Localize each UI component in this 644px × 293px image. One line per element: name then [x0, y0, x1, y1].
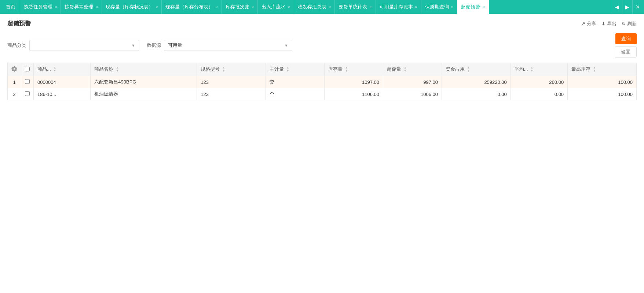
tab-close-t9[interactable]: × — [415, 5, 417, 9]
col-code-header[interactable]: 商品... ▲▼ — [34, 63, 91, 76]
export-label: 导出 — [607, 21, 616, 27]
tab-label-t11: 超储预警 — [461, 4, 480, 10]
tab-t6[interactable]: 出入库流水 × — [258, 0, 294, 14]
tab-label-t2: 拣货异常处理 — [65, 4, 93, 10]
table-row: 2 186-10... 机油滤清器 123 个 1106.00 1006.00 … — [8, 88, 637, 100]
gear-icon — [11, 66, 17, 72]
row-check-0[interactable] — [21, 76, 34, 88]
category-chevron-icon: ▼ — [131, 43, 135, 48]
tab-close-t1[interactable]: × — [55, 5, 57, 9]
page-header: 超储预警 ↗ 分享 ⬇ 导出 ↻ 刷新 — [7, 20, 637, 27]
refresh-icon: ↻ — [622, 21, 626, 26]
tab-close-t5[interactable]: × — [252, 5, 254, 9]
tab-label-t6: 出入库流水 — [261, 4, 285, 10]
table-row: 1 0000004 六配套新昌490BPG 123 套 1097.00 997.… — [8, 76, 637, 88]
share-button[interactable]: ↗ 分享 — [581, 21, 596, 27]
tab-t3[interactable]: 现存量（库存状况表） × — [102, 0, 162, 14]
col-maxstock-header[interactable]: 最高库存 ▲▼ — [568, 63, 637, 76]
tab-close-t3[interactable]: × — [155, 5, 158, 9]
row-check-1[interactable] — [21, 88, 34, 100]
nav-expand-btn[interactable]: ✕ — [632, 0, 643, 14]
tab-t7[interactable]: 收发存汇总表 × — [294, 0, 335, 14]
tab-t8[interactable]: 要货单统计表 × — [335, 0, 376, 14]
refresh-label: 刷新 — [627, 21, 637, 27]
tab-close-t4[interactable]: × — [215, 5, 217, 9]
tab-close-t6[interactable]: × — [288, 5, 290, 9]
tab-t2[interactable]: 拣货异常处理 × — [61, 0, 102, 14]
row-code-1: 186-10... — [34, 88, 91, 100]
col-unit-header[interactable]: 主计量 ▲▼ — [266, 63, 325, 76]
tab-label-t9: 可用量库存账本 — [380, 4, 413, 10]
row-over-1: 1006.00 — [383, 88, 442, 100]
tab-label-t1: 拣货任务管理 — [24, 4, 52, 10]
row-maxstock-1: 100.00 — [568, 88, 637, 100]
tab-t11[interactable]: 超储预警 × — [457, 0, 489, 14]
col-name-header[interactable]: 商品名称 ▲▼ — [91, 63, 197, 76]
row-name-0: 六配套新昌490BPG — [91, 76, 197, 88]
tab-close-t11[interactable]: × — [482, 5, 484, 9]
top-nav: 首页 拣货任务管理 × 拣货异常处理 × 现存量（库存状况表） × 现存量（库存… — [0, 0, 644, 14]
tab-close-t2[interactable]: × — [95, 5, 98, 9]
select-all-checkbox[interactable] — [25, 67, 30, 71]
refresh-button[interactable]: ↻ 刷新 — [622, 21, 637, 27]
datasource-chevron-icon: ▼ — [284, 43, 288, 48]
col-stock-header[interactable]: 库存量 ▲▼ — [325, 63, 383, 76]
tab-label-t4: 现存量（库存分布表） — [165, 4, 213, 10]
datasource-value: 可用量 — [168, 42, 182, 49]
col-avg-header[interactable]: 平均... ▲▼ — [511, 63, 567, 76]
header-actions: ↗ 分享 ⬇ 导出 ↻ 刷新 — [581, 21, 637, 27]
nav-arrows: ◀ ▶ ✕ — [612, 0, 643, 14]
tab-t9[interactable]: 可用量库存账本 × — [376, 0, 421, 14]
nav-next-btn[interactable]: ▶ — [622, 0, 632, 14]
page-container: 超储预警 ↗ 分享 ⬇ 导出 ↻ 刷新 商品分类 ▼ 数据源 — [0, 14, 644, 106]
row-over-0: 997.00 — [383, 76, 442, 88]
col-check-header[interactable] — [21, 63, 34, 76]
export-button[interactable]: ⬇ 导出 — [601, 21, 616, 27]
row-spec-0: 123 — [197, 76, 266, 88]
row-spec-1: 123 — [197, 88, 266, 100]
data-table: 商品... ▲▼ 商品名称 ▲▼ 规格型号 ▲▼ 主计量 ▲▼ 库存量 ▲▼ 超… — [7, 63, 637, 100]
page-title: 超储预警 — [7, 20, 31, 27]
row-checkbox-0[interactable] — [25, 79, 30, 84]
tab-close-t10[interactable]: × — [451, 5, 453, 9]
row-capital-0: 259220.00 — [442, 76, 511, 88]
datasource-select[interactable]: 可用量 ▼ — [164, 40, 292, 51]
row-seq-0: 1 — [8, 76, 21, 88]
row-name-1: 机油滤清器 — [91, 88, 197, 100]
tab-label-t8: 要货单统计表 — [339, 4, 367, 10]
datasource-label: 数据源 — [147, 42, 161, 49]
row-maxstock-0: 100.00 — [568, 76, 637, 88]
share-icon: ↗ — [581, 21, 585, 26]
tab-label-t3: 现存量（库存状况表） — [106, 4, 153, 10]
nav-home[interactable]: 首页 — [1, 0, 20, 14]
row-avg-1: 0.00 — [511, 88, 567, 100]
tab-t1[interactable]: 拣货任务管理 × — [20, 0, 61, 14]
datasource-filter: 数据源 可用量 ▼ — [147, 40, 292, 51]
tab-close-t8[interactable]: × — [369, 5, 372, 9]
query-button[interactable]: 查询 — [615, 33, 637, 44]
col-spec-header[interactable]: 规格型号 ▲▼ — [197, 63, 266, 76]
tab-t4[interactable]: 现存量（库存分布表） × — [162, 0, 222, 14]
col-gear[interactable] — [8, 63, 21, 76]
category-select[interactable]: ▼ — [29, 40, 139, 51]
settings-button[interactable]: 设置 — [615, 47, 637, 58]
tab-t10[interactable]: 保质期查询 × — [421, 0, 457, 14]
category-label: 商品分类 — [7, 42, 26, 49]
tab-label-t7: 收发存汇总表 — [298, 4, 326, 10]
row-avg-0: 260.00 — [511, 76, 567, 88]
row-unit-1: 个 — [266, 88, 325, 100]
row-stock-1: 1106.00 — [325, 88, 383, 100]
row-code-0: 0000004 — [34, 76, 91, 88]
col-over-header[interactable]: 超储量 ▲▼ — [383, 63, 442, 76]
tab-close-t7[interactable]: × — [329, 5, 331, 9]
col-capital-header[interactable]: 资金占用 ▲▼ — [442, 63, 511, 76]
row-seq-1: 2 — [8, 88, 21, 100]
nav-prev-btn[interactable]: ◀ — [612, 0, 622, 14]
row-checkbox-1[interactable] — [25, 91, 30, 96]
tab-label-t5: 库存批次账 — [226, 4, 249, 10]
row-stock-0: 1097.00 — [325, 76, 383, 88]
category-filter: 商品分类 ▼ — [7, 40, 139, 51]
row-unit-0: 套 — [266, 76, 325, 88]
tab-t5[interactable]: 库存批次账 × — [222, 0, 258, 14]
tab-label-t10: 保质期查询 — [425, 4, 449, 10]
